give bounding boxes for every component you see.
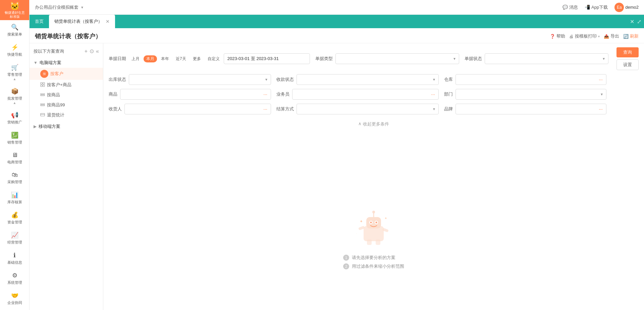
user-profile[interactable]: Ea demo2: [614, 3, 639, 12]
header-right: 💬 消息 📲 App下载 Ea demo2: [562, 3, 639, 12]
collapse-label: 收起更多条件: [363, 121, 389, 127]
app-title-dropdown-icon[interactable]: ▾: [81, 5, 83, 10]
sidebar-item-search[interactable]: 🔍 搜索菜单: [0, 20, 30, 40]
sidebar-label-retail: 零售管理: [7, 72, 22, 77]
scheme-group-desktop-header[interactable]: ▼ 电脑端方案: [30, 58, 103, 68]
tip-num-1: 1: [343, 255, 349, 261]
query-button[interactable]: 查询: [616, 47, 639, 57]
date-btn-this-month[interactable]: 本月: [144, 55, 157, 62]
filter-row-1: 单据日期 上月 本月 本年 近7天 更多 自定义 2023-03-01: [109, 47, 639, 70]
user-avatar: Ea: [614, 3, 624, 12]
scheme-item-by-customer[interactable]: 按 按客户: [30, 68, 103, 80]
sidebar-label-finance: 资金管理: [7, 220, 22, 225]
tab-expand-button[interactable]: ⤢: [637, 18, 641, 25]
sidebar-item-finance[interactable]: 💰 资金管理: [0, 208, 30, 228]
sidebar-item-operations[interactable]: 📈 经营管理: [0, 228, 30, 248]
export-icon: 📤: [604, 34, 609, 39]
svg-rect-0: [41, 83, 42, 84]
sidebar-item-system[interactable]: ⚙ 系统管理: [0, 268, 30, 289]
sidebar-item-basic[interactable]: ℹ 基础信息: [0, 248, 30, 268]
collapse-more-button[interactable]: ∧ 收起更多条件: [109, 118, 639, 130]
salesperson-label: 业务员: [276, 91, 289, 97]
svg-text:·: ·: [356, 232, 357, 235]
wholesale-expand-icon: ▲: [13, 101, 16, 105]
scheme-settings-button[interactable]: ⊙: [90, 48, 94, 54]
scheme-collapse-button[interactable]: «: [96, 48, 99, 54]
finance-icon: 💰: [11, 211, 18, 219]
warehouse-ellipsis[interactable]: ···: [599, 77, 603, 82]
message-button[interactable]: 💬 消息: [562, 4, 578, 10]
settings-button[interactable]: 设置: [616, 59, 639, 70]
operations-icon: 📈: [11, 231, 18, 239]
sidebar-label-ecommerce: 电商管理: [7, 160, 22, 165]
app-download-button[interactable]: 📲 App下载: [585, 4, 608, 10]
download-icon: 📲: [585, 5, 590, 10]
retail-expand-icon: ▲: [13, 77, 16, 81]
date-btn-this-year[interactable]: 本年: [158, 55, 172, 62]
sidebar-item-ecommerce[interactable]: 🖥 电商管理: [0, 148, 30, 168]
tab-sales-stats[interactable]: 销货单统计表（按客户） ✕: [49, 15, 115, 28]
svg-rect-4: [41, 94, 45, 95]
tab-home[interactable]: 首页: [30, 15, 49, 28]
help-label: 帮助: [556, 33, 565, 39]
scheme-item-by-goods[interactable]: 按商品: [30, 90, 103, 100]
inventory-icon: 📊: [11, 191, 18, 199]
tip-num-2: 2: [343, 263, 349, 269]
goods-select[interactable]: ···: [120, 89, 271, 100]
sidebar-item-purchase[interactable]: 🛍 采购管理: [0, 168, 30, 188]
page-header: 销货单统计表（按客户） ❓ 帮助 🖨 按模板打印 ▾ 📤 导出: [30, 28, 644, 43]
scheme-add-button[interactable]: +: [85, 48, 88, 54]
warehouse-label: 仓库: [444, 76, 453, 83]
goods-ellipsis[interactable]: ···: [263, 92, 267, 97]
empty-tip-2: 2 用过滤条件来缩小分析范围: [343, 263, 404, 269]
brand-ellipsis[interactable]: ···: [599, 106, 603, 112]
receiver-select[interactable]: ···: [124, 104, 271, 114]
date-range-input[interactable]: 2023-03-01 至 2023-03-31: [224, 53, 310, 64]
tab-close-icon[interactable]: ✕: [106, 19, 110, 24]
sidebar-label-basic: 基础信息: [7, 260, 22, 265]
out-status-select[interactable]: ▾: [129, 74, 271, 85]
filter-item-receiver: 收货人 ···: [109, 104, 271, 114]
settlement-select[interactable]: ▾: [297, 104, 439, 114]
message-icon: 💬: [562, 5, 568, 10]
sidebar-item-enterprise[interactable]: 🤝 企业协同: [0, 289, 30, 309]
top-header: 办公用品行业模拟账套 ▾ 💬 消息 📲 App下载 Ea demo2: [30, 0, 644, 15]
scheme-item-return-stats[interactable]: 退货统计: [30, 110, 103, 120]
scheme-item-by-goods-99-label: 按商品99: [47, 102, 65, 108]
sidebar-item-sales[interactable]: 💹 销售管理: [0, 128, 30, 148]
doc-type-select[interactable]: ▾: [335, 53, 459, 64]
doc-status-label: 单据状态: [465, 56, 482, 62]
salesperson-select[interactable]: ···: [292, 89, 439, 100]
warehouse-select[interactable]: ···: [455, 74, 606, 85]
receiver-ellipsis[interactable]: ···: [263, 106, 267, 112]
sidebar-item-newbie[interactable]: 🎯 新手引导: [0, 309, 30, 310]
doc-status-select[interactable]: ▾: [485, 53, 608, 64]
export-button[interactable]: 📤 导出: [604, 33, 619, 39]
sidebar-item-wholesale[interactable]: 📦 批发管理 ▲: [0, 84, 30, 108]
salesperson-ellipsis[interactable]: ···: [431, 92, 435, 97]
date-btn-custom[interactable]: 自定义: [205, 55, 222, 62]
date-btn-last-7[interactable]: 近7天: [173, 55, 189, 62]
date-btn-last-month[interactable]: 上月: [129, 55, 142, 62]
date-btn-more[interactable]: 更多: [190, 55, 204, 62]
tab-close-all-button[interactable]: ✕: [630, 18, 634, 25]
enterprise-icon: 🤝: [11, 292, 18, 299]
refresh-button[interactable]: 🔄 刷新: [623, 33, 639, 39]
print-button[interactable]: 🖨 按模板打印 ▾: [569, 33, 600, 39]
svg-point-14: [370, 222, 372, 223]
scheme-item-by-goods-99[interactable]: 按商品99: [30, 100, 103, 110]
payment-status-select[interactable]: ▾: [297, 74, 439, 85]
sidebar-label-search: 搜索菜单: [7, 32, 22, 37]
purchase-icon: 🛍: [12, 171, 18, 178]
sidebar-item-shortcut[interactable]: ⚡ 快捷导航: [0, 40, 30, 60]
scheme-group-mobile-header[interactable]: ▶ 移动端方案: [30, 121, 103, 132]
sidebar-item-retail[interactable]: 🛒 零售管理 ▲: [0, 60, 30, 84]
scheme-item-by-customer-goods[interactable]: 按客户+商品: [30, 80, 103, 90]
scheme-item-active-icon: 按: [40, 70, 48, 78]
brand-select[interactable]: ···: [455, 104, 606, 114]
help-button[interactable]: ❓ 帮助: [550, 33, 565, 39]
department-select[interactable]: ▾: [455, 89, 606, 100]
sidebar-item-inventory[interactable]: 📊 库存核算: [0, 188, 30, 208]
scheme-item-return-stats-label: 退货统计: [47, 112, 64, 118]
sidebar-item-marketing[interactable]: 📢 营销推广: [0, 108, 30, 128]
